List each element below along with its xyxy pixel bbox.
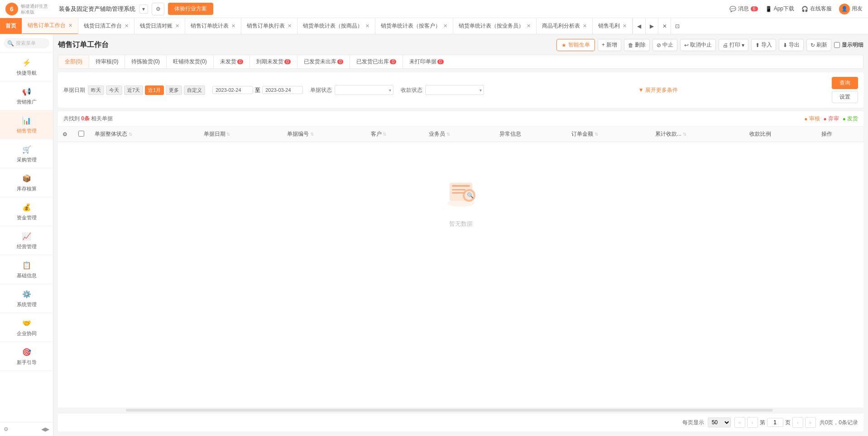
tab-sales-gross[interactable]: 销售毛利 ✕ <box>593 18 633 34</box>
tab-sales-customer[interactable]: 销货单统计表（按客户） ✕ <box>375 18 453 34</box>
filter-tab-not-printed[interactable]: 未打印单据0 <box>403 55 450 68</box>
tab-sales-salesperson[interactable]: 销货单统计表（按业务员） ✕ <box>453 18 537 34</box>
th-checkbox[interactable] <box>72 127 90 142</box>
filter-tab-all[interactable]: 全部(0) <box>58 55 89 68</box>
collapse-icon[interactable]: ◀▶ <box>41 426 49 432</box>
page-first-btn[interactable]: « <box>734 417 745 428</box>
date-from-input[interactable] <box>212 86 253 94</box>
sidebar-item-system[interactable]: ⚙️ 系统管理 <box>0 284 53 313</box>
filter-tab-shipped-out[interactable]: 已发货已出库0 <box>350 55 403 68</box>
stop-button[interactable]: ⊘ 中止 <box>652 39 677 51</box>
settings-bottom-icon[interactable]: ⚙ <box>4 426 9 432</box>
sidebar-item-purchase[interactable]: 🛒 采购管理 <box>0 139 53 168</box>
th-settings[interactable]: ⚙ <box>58 127 72 142</box>
tab-nav-next[interactable]: ▶ <box>645 18 658 34</box>
tab-cash-reconcile[interactable]: 钱货日清对账 ✕ <box>134 18 185 34</box>
filter-tab-shipped-not-out[interactable]: 已发货未出库0 <box>297 55 350 68</box>
delete-button[interactable]: 🗑 删除 <box>624 39 650 51</box>
status-select[interactable] <box>335 85 393 95</box>
tab-gross-margin[interactable]: 商品毛利分析表 ✕ <box>537 18 593 34</box>
tab-sales-stats[interactable]: 销售订单统计表 ✕ <box>185 18 241 34</box>
th-salesperson[interactable]: 业务员 <box>424 127 495 142</box>
payment-select[interactable] <box>425 85 484 95</box>
search-menu-input[interactable]: 🔍 搜索菜单 <box>4 38 49 48</box>
show-detail-checkbox[interactable]: 显示明细 <box>834 41 863 49</box>
th-customer[interactable]: 客户 <box>366 127 424 142</box>
date-btn-more[interactable]: 更多 <box>166 85 182 95</box>
page-prev-btn[interactable]: ‹ <box>747 417 758 428</box>
import-button[interactable]: ⬆ 导入 <box>751 39 776 51</box>
th-doc-date[interactable]: 单据日期 <box>199 127 283 142</box>
message-button[interactable]: 💬 消息 6 <box>729 5 758 13</box>
th-accumulated-receipt[interactable]: 累计收款... <box>651 127 745 142</box>
cancel-review-action-button[interactable]: ● 弃审 <box>824 115 839 123</box>
th-doc-status[interactable]: 单据整体状态 <box>90 127 199 142</box>
filter-tab-shop-pending[interactable]: 旺铺待发货(0) <box>167 55 214 68</box>
th-doc-number[interactable]: 单据编号 <box>283 127 366 142</box>
tab-close-icon[interactable]: ✕ <box>583 23 587 29</box>
deliver-action-button[interactable]: ● 发货 <box>843 115 858 123</box>
tab-cash-daily[interactable]: 钱货日清工作台 ✕ <box>78 18 134 34</box>
date-btn-7days[interactable]: 近7天 <box>124 85 143 95</box>
query-button[interactable]: 查询 <box>832 77 858 89</box>
experience-button[interactable]: 体验行业方案 <box>168 3 213 15</box>
per-page-select[interactable]: 50 100 200 <box>708 417 731 427</box>
filter-tab-pending-review[interactable]: 待审核(0) <box>89 55 125 68</box>
page-last-btn[interactable]: » <box>805 417 816 428</box>
sidebar-item-enterprise[interactable]: 🤝 企业协同 <box>0 313 53 342</box>
app-download-button[interactable]: 📱 App下载 <box>765 5 794 13</box>
sidebar-item-sales[interactable]: 📊 销售管理 <box>0 110 53 139</box>
sidebar-search-area[interactable]: 🔍 搜索菜单 <box>0 34 53 52</box>
tab-close-icon[interactable]: ✕ <box>175 23 179 29</box>
settings-icon[interactable]: ⚙ <box>152 3 164 15</box>
tab-close-icon[interactable]: ✕ <box>443 23 447 29</box>
date-btn-today[interactable]: 今天 <box>106 85 122 95</box>
tab-nav-prev[interactable]: ◀ <box>633 18 645 34</box>
review-action-button[interactable]: ● 审核 <box>804 115 820 123</box>
tab-close-icon[interactable]: ✕ <box>288 23 292 29</box>
tab-close-icon[interactable]: ✕ <box>231 23 235 29</box>
scroll-bar-track[interactable] <box>126 409 773 412</box>
tab-sales-exec[interactable]: 销售订单执行表 ✕ <box>241 18 297 34</box>
sidebar-item-basic-info[interactable]: 📋 基础信息 <box>0 255 53 284</box>
tab-close-all[interactable]: ✕ <box>658 18 671 34</box>
sidebar-item-inventory[interactable]: 📦 库存核算 <box>0 168 53 197</box>
smart-create-button[interactable]: ★ 智能生单 <box>556 39 595 51</box>
page-input[interactable] <box>767 418 783 427</box>
detail-checkbox-input[interactable] <box>834 42 840 48</box>
sidebar-item-business[interactable]: 📈 经营管理 <box>0 226 53 255</box>
tab-home[interactable]: 首页 <box>0 18 22 34</box>
select-all-checkbox[interactable] <box>78 131 84 137</box>
tab-close-icon[interactable]: ✕ <box>365 23 369 29</box>
sidebar-item-finance[interactable]: 💰 资金管理 <box>0 197 53 226</box>
sidebar-item-guide[interactable]: 🎯 新手引导 <box>0 342 53 371</box>
expand-more-button[interactable]: ▼ 展开更多条件 <box>638 86 678 94</box>
tab-sales-workbench[interactable]: 销售订单工作台 ✕ <box>22 18 78 34</box>
add-button[interactable]: + 新增 <box>598 39 621 51</box>
online-service-button[interactable]: 🎧 在线客服 <box>801 5 832 13</box>
filter-tab-overdue[interactable]: 到期未发货0 <box>250 55 297 68</box>
scroll-bar-area[interactable] <box>58 408 863 413</box>
tab-close-icon[interactable]: ✕ <box>68 23 72 28</box>
tab-close-icon[interactable]: ✕ <box>527 23 531 29</box>
filter-tab-not-shipped[interactable]: 未发货0 <box>214 55 250 68</box>
th-order-amount[interactable]: 订单金额 <box>567 127 650 142</box>
cancel-stop-button[interactable]: ↩ 取消中止 <box>680 39 716 51</box>
print-button[interactable]: 🖨 打印 ▾ <box>719 39 748 51</box>
date-btn-yesterday[interactable]: 昨天 <box>88 85 104 95</box>
tab-close-icon[interactable]: ✕ <box>623 23 627 29</box>
refresh-button[interactable]: ↻ 刷新 <box>806 39 831 51</box>
export-button[interactable]: ⬇ 导出 <box>779 39 804 51</box>
page-next-btn[interactable]: › <box>792 417 803 428</box>
tab-expand[interactable]: ⊡ <box>671 18 683 34</box>
system-dropdown[interactable]: ▾ <box>139 5 148 14</box>
tab-sales-goods[interactable]: 销货单统计表（按商品） ✕ <box>297 18 375 34</box>
user-menu[interactable]: 👤 用友 <box>839 4 863 14</box>
date-to-input[interactable] <box>262 86 303 94</box>
date-btn-1month[interactable]: 近1月 <box>145 85 164 95</box>
sidebar-item-quick-nav[interactable]: ⚡ 快捷导航 <box>0 52 53 81</box>
date-btn-custom[interactable]: 自定义 <box>184 85 205 95</box>
setting-button[interactable]: 设置 <box>832 91 858 103</box>
sidebar-item-marketing[interactable]: 📢 营销推广 <box>0 81 53 110</box>
filter-tab-pending-check[interactable]: 待拣验货(0) <box>125 55 167 68</box>
